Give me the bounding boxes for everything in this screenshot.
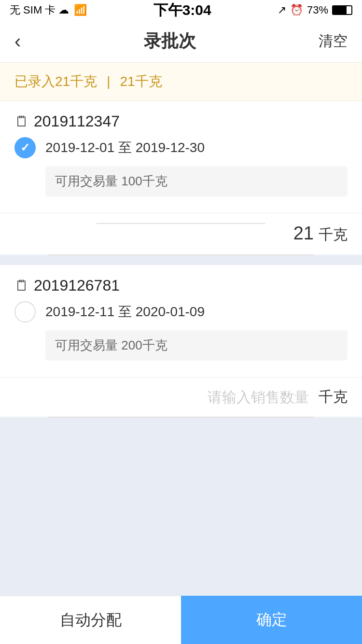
nav-bar: ‹ 录批次 清空 — [0, 20, 362, 63]
batch2-available-box: 可用交易量 200千克 — [45, 330, 348, 361]
total-label: 21千克 — [120, 72, 162, 91]
info-banner: 已录入21千克 | 21千克 — [0, 63, 362, 101]
batch1-unit: 千克 — [319, 225, 348, 245]
batch-card-1: 🗒 2019112347 2019-12-01 至 2019-12-30 可用交… — [0, 101, 362, 213]
batch1-id-row: 🗒 2019112347 — [14, 112, 348, 130]
alarm-icon: ⏰ — [290, 4, 303, 16]
batch2-id-row: 🗒 2019126781 — [14, 277, 348, 294]
batch2-available-label: 可用交易量 200千克 — [55, 338, 167, 352]
batch1-date-row[interactable]: 2019-12-01 至 2019-12-30 — [14, 137, 348, 158]
batch1-id: 2019112347 — [34, 112, 120, 130]
sim-label: 无 SIM 卡 ☁ — [10, 3, 69, 17]
batch2-date: 2019-12-11 至 2020-01-09 — [45, 303, 205, 321]
battery-icon — [332, 5, 352, 15]
batch2-radio[interactable] — [14, 301, 36, 322]
batch1-available-label: 可用交易量 100千克 — [55, 174, 167, 188]
status-left: 无 SIM 卡 ☁ 📶 — [10, 3, 87, 17]
batch2-input-row: 千克 — [0, 377, 362, 417]
batch2-unit: 千克 — [319, 387, 348, 407]
status-right: ↗ ⏰ 73% — [278, 4, 352, 16]
location-icon: ↗ — [278, 4, 286, 16]
batch1-available-box: 可用交易量 100千克 — [45, 166, 348, 196]
back-button[interactable]: ‹ — [14, 30, 21, 52]
page-title: 录批次 — [144, 29, 196, 53]
battery-percent: 73% — [307, 4, 328, 16]
batch1-amount: 21 — [293, 223, 314, 244]
confirm-button[interactable]: 确定 — [181, 596, 362, 644]
batch1-radio[interactable] — [14, 137, 36, 158]
batch2-date-row[interactable]: 2019-12-11 至 2020-01-09 — [14, 301, 348, 322]
status-bar: 无 SIM 卡 ☁ 📶 下午3:04 ↗ ⏰ 73% — [0, 0, 362, 20]
batch1-amount-row: 21 千克 — [0, 213, 362, 254]
recorded-label: 已录入21千克 — [14, 72, 97, 91]
card-separator — [0, 255, 362, 265]
batch-card-2: 🗒 2019126781 2019-12-11 至 2020-01-09 可用交… — [0, 265, 362, 377]
batch1-icon: 🗒 — [14, 113, 29, 130]
batch2-id: 2019126781 — [34, 277, 120, 294]
empty-area — [0, 418, 362, 611]
auto-distribute-button[interactable]: 自动分配 — [0, 596, 181, 644]
batch2-icon: 🗒 — [14, 278, 29, 294]
batch1-date: 2019-12-01 至 2019-12-30 — [45, 139, 205, 157]
batch2-qty-input[interactable] — [14, 389, 309, 406]
bottom-buttons: 自动分配 确定 — [0, 596, 362, 644]
info-divider: | — [107, 74, 110, 89]
wifi-icon: 📶 — [74, 4, 87, 16]
clear-button[interactable]: 清空 — [319, 31, 348, 51]
status-time: 下午3:04 — [153, 0, 211, 20]
content-area: 🗒 2019112347 2019-12-01 至 2019-12-30 可用交… — [0, 101, 362, 644]
